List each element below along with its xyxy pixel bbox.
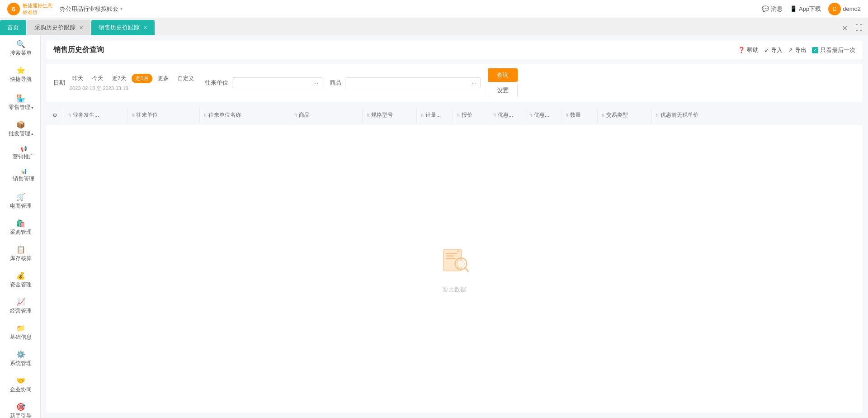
- marketing-icon: 📢: [20, 146, 27, 152]
- date-tabs: 昨天 今天 近7天 近1月 更多 自定义: [69, 74, 198, 83]
- partner-filter-group: 往来单位 ···: [205, 77, 322, 88]
- page-title-actions: ❓ 帮助 ↙ 导入 ↗ 导出 ✓ 只看最后一次: [738, 46, 855, 54]
- tab-home[interactable]: 首页: [0, 20, 26, 35]
- tab-purchase-close[interactable]: ✕: [79, 25, 83, 31]
- help-action[interactable]: ❓ 帮助: [738, 46, 759, 54]
- date-tab-last7[interactable]: 近7天: [108, 74, 130, 83]
- sort-icon-5[interactable]: ⇅: [366, 113, 370, 118]
- tab-purchase-label: 采购历史价跟踪: [34, 24, 75, 32]
- th-gear[interactable]: ⚙: [46, 109, 64, 122]
- sidebar-item-sales-mgmt[interactable]: 📊 销售管理: [0, 164, 40, 186]
- sort-icon-7[interactable]: ⇅: [457, 113, 460, 118]
- sort-icon-2[interactable]: ⇅: [131, 113, 135, 118]
- sort-icon-11[interactable]: ⇅: [601, 113, 605, 118]
- date-tab-1month[interactable]: 近1月: [132, 74, 153, 83]
- export-action[interactable]: ↗ 导出: [788, 46, 807, 54]
- user-area[interactable]: D demo2: [828, 3, 861, 15]
- partner-dots[interactable]: ···: [313, 79, 319, 86]
- sidebar-item-label: 搜索菜单: [10, 49, 32, 57]
- query-button[interactable]: 查询: [488, 68, 518, 82]
- download-icon: 📱: [790, 5, 797, 12]
- workspace-dropdown-icon: ▾: [120, 6, 123, 11]
- svg-rect-3: [446, 258, 456, 259]
- th-unit: ⇅ 计量...: [417, 108, 453, 123]
- sidebar-item-inventory[interactable]: 📋 库存核算: [0, 241, 40, 267]
- avatar: D: [828, 3, 841, 15]
- retail-icon: 🏪: [16, 94, 25, 103]
- goods-input[interactable]: ···: [345, 77, 481, 88]
- sidebar-item-label: 快捷导航: [10, 76, 32, 83]
- retail-arrow: ▾: [31, 105, 33, 110]
- sidebar-item-retail[interactable]: 🏪 零售管理 ▾: [0, 90, 40, 116]
- page-title-bar: 销售历史价查询 ❓ 帮助 ↙ 导入 ↗ 导出 ✓: [46, 41, 863, 59]
- sidebar-item-business[interactable]: 📈 经营管理: [0, 293, 40, 319]
- tab-fullscreen[interactable]: ⛶: [854, 23, 864, 33]
- content-area: 销售历史价查询 ❓ 帮助 ↙ 导入 ↗ 导出 ✓: [41, 35, 868, 418]
- th-partner-code: ⇅ 往来单位: [127, 108, 200, 123]
- date-filter-label: 日期: [53, 79, 65, 87]
- th-discount1: ⇅ 优惠...: [489, 108, 525, 123]
- tab-sales-history[interactable]: 销售历史价跟踪 ✕: [91, 20, 155, 35]
- goods-dots[interactable]: ···: [472, 79, 477, 86]
- purchase-icon: 🛍️: [16, 219, 25, 228]
- svg-line-6: [465, 267, 468, 271]
- basic-info-icon: 📁: [16, 324, 25, 332]
- tab-purchase-history[interactable]: 采购历史价跟踪 ✕: [27, 20, 90, 35]
- sidebar-item-search-menu[interactable]: 🔍 搜索菜单: [0, 35, 40, 62]
- date-tab-yesterday[interactable]: 昨天: [69, 74, 87, 83]
- sort-icon-4[interactable]: ⇅: [294, 113, 297, 118]
- sidebar-item-quick-nav[interactable]: ⭐ 快捷导航: [0, 62, 40, 88]
- tab-close-all[interactable]: ✕: [839, 23, 850, 33]
- header-right: 💬 消息 📱 App下载 D demo2: [762, 3, 861, 15]
- svg-rect-1: [446, 253, 457, 254]
- system-icon: ⚙️: [16, 350, 25, 359]
- sidebar-item-purchase[interactable]: 🛍️ 采购管理: [0, 214, 40, 241]
- page-title: 销售历史价查询: [53, 45, 104, 55]
- sort-icon-9[interactable]: ⇅: [529, 113, 533, 118]
- tab-sales-close[interactable]: ✕: [143, 25, 147, 31]
- sidebar-item-basic-info[interactable]: 📁 基础信息: [0, 319, 40, 346]
- sort-up-icon[interactable]: ⇅: [68, 113, 71, 118]
- th-biz-date: ⇅ 业务发生...: [64, 108, 127, 123]
- page-content: 销售历史价查询 ❓ 帮助 ↙ 导入 ↗ 导出 ✓: [41, 35, 868, 418]
- sidebar-item-ecommerce[interactable]: 🛒 电商管理: [0, 188, 40, 214]
- sort-icon-6[interactable]: ⇅: [420, 113, 424, 118]
- th-discount2: ⇅ 优惠...: [525, 108, 561, 123]
- sort-icon-3[interactable]: ⇅: [203, 113, 207, 118]
- sort-icon-8[interactable]: ⇅: [493, 113, 496, 118]
- empty-illustration: ✦: [436, 244, 472, 280]
- date-tab-today[interactable]: 今天: [89, 74, 107, 83]
- table-header: ⚙ ⇅ 业务发生... ⇅ 往来单位 ⇅ 往来单位名称: [46, 106, 863, 124]
- sales-mgmt-icon: 📊: [20, 168, 27, 174]
- sidebar-item-wholesale[interactable]: 📦 批发管理 ▴: [0, 116, 40, 142]
- tab-bar-actions: ✕ ⛶: [839, 23, 868, 35]
- svg-rect-2: [446, 255, 454, 256]
- date-tab-more[interactable]: 更多: [154, 74, 172, 83]
- date-tab-custom[interactable]: 自定义: [174, 74, 198, 83]
- import-action[interactable]: ↙ 导入: [764, 46, 783, 54]
- sidebar-item-finance[interactable]: 💰 资金管理: [0, 267, 40, 293]
- sort-icon-12[interactable]: ⇅: [656, 113, 659, 118]
- filter-bar: 日期 昨天 今天 近7天 近1月 更多 自定义 2023-02-18 至 202…: [46, 64, 863, 102]
- sidebar-item-enterprise[interactable]: 🤝 企业协同: [0, 372, 40, 398]
- sidebar-item-marketing[interactable]: 📢 营销推广: [0, 142, 40, 164]
- filter-actions: 查询 设置: [488, 68, 518, 97]
- tab-bar: 首页 采购历史价跟踪 ✕ 销售历史价跟踪 ✕ ✕ ⛶: [0, 18, 868, 35]
- sidebar-item-system[interactable]: ⚙️ 系统管理: [0, 346, 40, 372]
- goods-filter-group: 商品 ···: [330, 77, 481, 88]
- empty-text: 暂无数据: [443, 285, 466, 294]
- search-menu-icon: 🔍: [16, 40, 25, 48]
- settings-button[interactable]: 设置: [488, 84, 518, 97]
- logo-text: 畅捷通好生意 标准版: [23, 2, 52, 15]
- sort-icon-10[interactable]: ⇅: [565, 113, 569, 118]
- help-icon: ❓: [738, 47, 745, 53]
- only-last-checkbox-label[interactable]: ✓ 只看最后一次: [812, 46, 855, 54]
- app-download-action[interactable]: 📱 App下载: [790, 5, 821, 13]
- message-action[interactable]: 💬 消息: [762, 5, 783, 13]
- sidebar-item-newbie[interactable]: 🎯 新手引导: [0, 398, 40, 418]
- partner-input[interactable]: ···: [232, 77, 322, 88]
- workspace-selector[interactable]: 办公用品行业模拟账套 ▾: [56, 3, 126, 15]
- only-last-checkbox[interactable]: ✓: [812, 47, 818, 53]
- top-header: 6 畅捷通好生意 标准版 办公用品行业模拟账套 ▾ 💬 消息 📱 App下载 D…: [0, 0, 868, 18]
- empty-state: ✦ 暂无数据: [46, 124, 863, 413]
